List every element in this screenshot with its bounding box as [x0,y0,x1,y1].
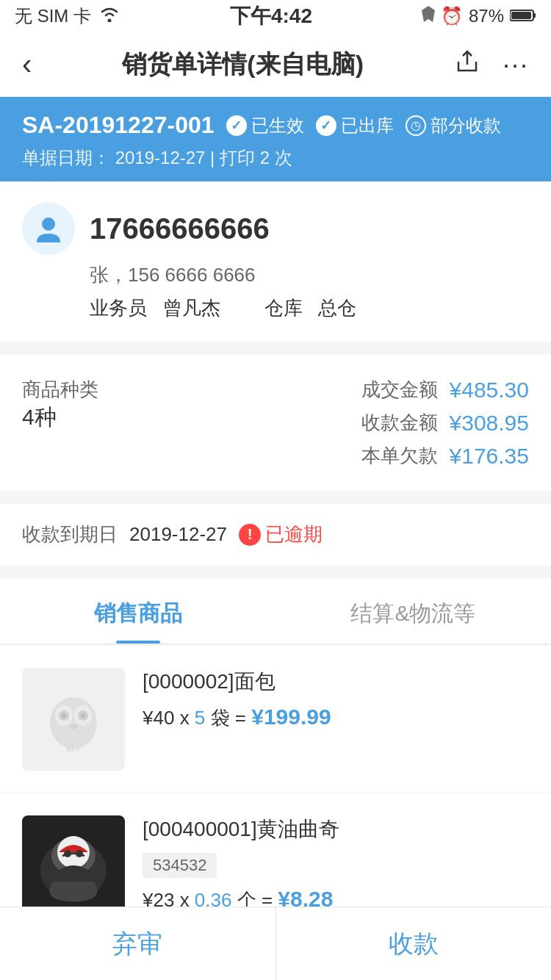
category-value: 4种 [22,403,98,433]
status-bar-time: 下午4:42 [230,2,312,30]
divider-2 [0,492,551,504]
avatar [22,202,75,255]
svg-point-4 [42,217,55,231]
nav-bar: ‹ 销货单详情(来自电脑) ··· [0,32,551,97]
svg-point-11 [81,713,85,718]
product-list: 鲜+ [0000002]面包 ¥40 x 5 袋 = ¥199.99 [0,646,551,941]
customer-phone: 17666666666 [90,212,270,245]
customer-name: 张，156 6666 6666 [90,262,529,288]
svg-rect-3 [511,12,531,19]
due-date-value: 2019-12-27 [129,523,227,546]
due-date-card: 收款到期日 2019-12-27 ! 已逾期 [0,504,551,565]
deal-amount-value: ¥485.30 [450,378,529,403]
owed-amount-row: 本单欠款 ¥176.35 [361,443,529,469]
divider-3 [0,566,551,578]
sim-status: 无 SIM 卡 [15,4,91,28]
deal-amount-row: 成交金额 ¥485.30 [361,377,529,403]
product-image-1: 鲜+ [22,668,125,771]
alarm-icon: ⏰ [441,6,463,26]
received-amount-value: ¥308.95 [450,411,529,436]
divider-1 [0,343,551,355]
product-qty-1: 5 [195,707,205,729]
summary-left: 商品种类 4种 [22,377,98,433]
check-icon-active: ✓ [226,115,247,136]
confirm-button[interactable]: 收款 [276,907,552,980]
deal-amount-label: 成交金额 [361,377,438,403]
overdue-text: 已逾期 [265,522,323,547]
back-button[interactable]: ‹ [22,48,32,81]
page-title: 销货单详情(来自电脑) [122,48,364,82]
cancel-button[interactable]: 弃审 [0,907,276,980]
svg-point-10 [62,713,66,718]
status-active-label: 已生效 [251,114,304,137]
received-amount-row: 收款金额 ¥308.95 [361,410,529,436]
battery-level: 87% [469,6,504,26]
svg-point-18 [76,850,83,857]
overdue-icon: ! [239,524,261,546]
location-icon [422,6,435,26]
order-id: SA-20191227-001 [22,112,215,139]
order-date: 单据日期： 2019-12-27 | 打印 2 次 [22,146,529,170]
sales-person-label: 业务员 曾凡杰 [90,295,220,321]
svg-rect-2 [533,13,536,18]
status-shipped-label: 已出库 [341,114,394,137]
product-item: 鲜+ [0000002]面包 ¥40 x 5 袋 = ¥199.99 [0,646,551,793]
product-price-1: ¥40 x 5 袋 = ¥199.99 [143,705,529,731]
summary-card: 商品种类 4种 成交金额 ¥485.30 收款金额 ¥308.95 本单欠款 ¥… [0,355,551,491]
product-sku-2: 534532 [143,853,217,878]
product-name-2: [000400001]黄油曲奇 [143,815,529,843]
status-bar-left: 无 SIM 卡 [15,4,120,28]
svg-point-17 [64,850,71,857]
product-info-2: [000400001]黄油曲奇 534532 ¥23 x 0.36 个 = ¥8… [143,815,529,913]
customer-card: 17666666666 张，156 6666 6666 业务员 曾凡杰 仓库 总… [0,181,551,342]
product-image-2: powered whata [22,815,125,918]
nav-actions: ··· [454,48,529,80]
owed-amount-value: ¥176.35 [450,444,529,469]
status-badge-shipped: ✓ 已出库 [316,114,394,137]
more-icon[interactable]: ··· [503,49,529,80]
customer-meta: 业务员 曾凡杰 仓库 总仓 [90,295,529,321]
owed-amount-label: 本单欠款 [361,443,438,469]
svg-point-5 [50,697,97,749]
warehouse-label: 仓库 总仓 [264,295,357,321]
product-total-1: ¥199.99 [251,705,331,729]
bottom-bar: 弃审 收款 [0,907,551,980]
product-info-1: [0000002]面包 ¥40 x 5 袋 = ¥199.99 [143,668,529,731]
status-bar: 无 SIM 卡 下午4:42 ⏰ 87% [0,0,551,32]
status-badge-partial: ◷ 部分收款 [406,114,501,137]
due-date-label: 收款到期日 [22,522,118,547]
tabs-container: 销售商品 结算&物流等 [0,578,551,644]
wifi-icon [98,6,120,26]
overdue-badge: ! 已逾期 [239,522,323,547]
category-label: 商品种类 [22,377,98,403]
svg-point-12 [69,724,78,729]
svg-point-0 [108,19,112,23]
share-icon[interactable] [454,48,480,80]
received-amount-label: 收款金额 [361,410,438,436]
order-header: SA-20191227-001 ✓ 已生效 ✓ 已出库 ◷ 部分收款 单据日期：… [0,97,551,181]
tab-sales-goods[interactable]: 销售商品 [0,578,276,644]
summary-right: 成交金额 ¥485.30 收款金额 ¥308.95 本单欠款 ¥176.35 [361,377,529,469]
svg-text:鲜+: 鲜+ [66,744,80,754]
status-bar-right: ⏰ 87% [422,6,536,26]
battery-icon [510,6,536,26]
status-partial-label: 部分收款 [431,114,501,137]
tab-underline [116,641,160,644]
clock-icon: ◷ [406,115,426,136]
tab-settlement[interactable]: 结算&物流等 [276,578,551,644]
product-name-1: [0000002]面包 [143,668,529,696]
status-badge-active: ✓ 已生效 [226,114,304,137]
check-icon-shipped: ✓ [316,115,336,136]
